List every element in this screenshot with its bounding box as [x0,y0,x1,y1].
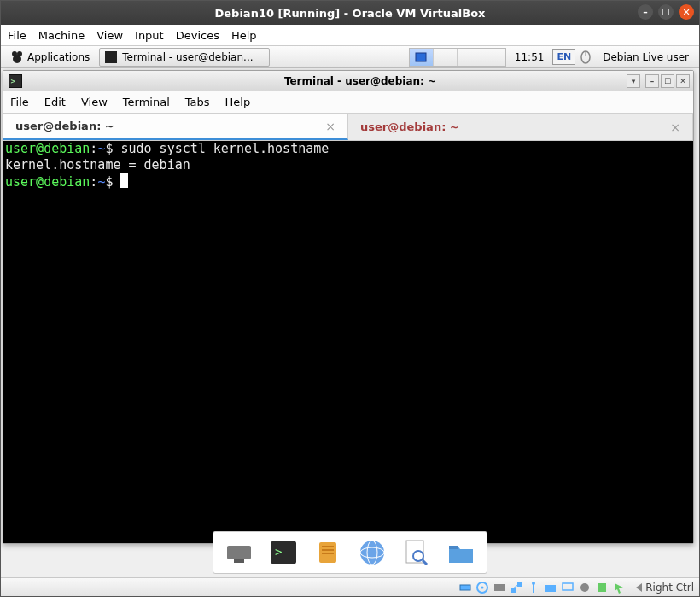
status-optical-icon[interactable] [475,581,489,594]
svg-rect-25 [511,588,516,593]
dock-find[interactable] [400,536,434,570]
vbox-menubar: File Machine View Input Devices Help [1,25,699,46]
svg-rect-6 [227,546,251,559]
terminal-icon [105,51,117,63]
svg-rect-30 [545,585,556,592]
terminal-maximize-button[interactable]: ☐ [661,74,674,88]
xfce-dock: >_ [213,531,487,574]
status-shared-folder-icon[interactable] [544,581,557,594]
svg-rect-7 [234,559,244,563]
tab-label: user@debian: ~ [15,120,114,132]
terminal-tab-1[interactable]: user@debian: ~ × [3,114,348,140]
taskbar-item-terminal[interactable]: Terminal - user@debian... [99,48,270,67]
vbox-close-button[interactable]: ✕ [679,4,694,20]
applications-label: Applications [27,51,90,63]
vbox-menu-view[interactable]: View [96,29,123,42]
svg-rect-24 [494,584,505,591]
terminal-menu-dropdown-button[interactable]: ▾ [627,74,640,88]
vbox-maximize-button[interactable]: ☐ [658,4,674,20]
svg-rect-3 [416,53,426,61]
vbox-menu-input[interactable]: Input [135,29,164,42]
svg-point-14 [360,541,384,565]
terminal-title: Terminal - user@debian: ~ [27,75,693,87]
desktop-icon [224,537,254,568]
svg-rect-31 [563,583,573,590]
svg-rect-21 [460,585,470,590]
terminal-tabbar: user@debian: ~ × user@debian: ~ × [3,114,693,141]
svg-rect-13 [322,553,334,554]
workspace-switcher[interactable] [409,48,506,67]
dock-web-browser[interactable] [355,536,389,570]
terminal-app-icon: >_ [9,74,22,88]
svg-rect-11 [322,546,334,547]
host-key-indicator[interactable]: Right Ctrl [636,582,694,594]
vbox-menu-file[interactable]: File [8,29,26,42]
taskbar-item-label: Terminal - user@debian... [122,51,253,63]
terminal-close-button[interactable]: ✕ [676,74,690,88]
tab-close-icon[interactable]: × [325,120,335,133]
status-cpu-icon[interactable] [595,581,609,594]
terminal-menu-file[interactable]: File [10,96,29,108]
terminal-minimize-button[interactable]: – [645,74,659,88]
vbox-statusbar: Right Ctrl [1,577,699,596]
status-recording-icon[interactable] [578,581,592,594]
dock-folder[interactable] [444,536,478,570]
folder-icon [446,537,476,568]
terminal-output[interactable]: user@debian:~$ sudo sysctl kernel.hostna… [3,141,693,543]
vbox-titlebar[interactable]: Debian10 [Running] - Oracle VM VirtualBo… [1,1,699,25]
terminal-menu-edit[interactable]: Edit [44,96,66,108]
terminal-menu-help[interactable]: Help [225,96,251,108]
status-audio-icon[interactable] [493,581,506,594]
vbox-title: Debian10 [Running] - Oracle VM VirtualBo… [214,7,485,20]
vbox-minimize-button[interactable]: – [638,4,653,20]
svg-rect-20 [449,546,458,549]
terminal-menubar: File Edit View Terminal Tabs Help [3,91,693,114]
keyboard-layout-indicator[interactable]: EN [552,49,575,65]
terminal-titlebar[interactable]: >_ Terminal - user@debian: ~ ▾ – ☐ ✕ [3,71,693,91]
terminal-cursor [120,173,128,188]
user-menu-button[interactable]: Debian Live user [596,51,696,63]
status-display-icon[interactable] [561,581,575,594]
workspace-1[interactable] [410,49,434,66]
terminal-menu-view[interactable]: View [81,96,108,108]
vbox-menu-machine[interactable]: Machine [38,29,85,42]
notification-mouse-icon[interactable] [579,50,592,64]
window-indicator-icon [415,52,427,62]
svg-point-23 [481,586,484,588]
applications-menu-button[interactable]: Applications [4,48,96,67]
xfce-mouse-icon [10,50,24,64]
status-mouse-integration-icon[interactable] [612,581,626,594]
status-harddisk-icon[interactable] [458,581,472,594]
svg-line-19 [423,560,427,565]
workspace-3[interactable] [458,49,481,66]
workspace-2[interactable] [434,49,458,66]
panel-clock[interactable]: 11:51 [510,51,550,63]
workspace-4[interactable] [481,49,505,66]
tab-label: user@debian: ~ [360,120,459,133]
terminal-window: >_ Terminal - user@debian: ~ ▾ – ☐ ✕ Fil… [3,70,694,544]
host-key-arrow-icon [636,583,642,592]
svg-rect-33 [598,583,606,592]
dock-file-manager[interactable] [311,536,345,570]
globe-icon [357,537,388,568]
vbox-menu-help[interactable]: Help [231,29,257,42]
svg-point-32 [580,583,589,592]
dock-show-desktop[interactable] [222,536,256,570]
vbox-menu-devices[interactable]: Devices [176,29,219,42]
svg-point-29 [532,582,535,585]
svg-rect-12 [322,549,334,551]
status-network-icon[interactable] [510,581,523,594]
terminal-menu-tabs[interactable]: Tabs [185,96,210,108]
dock-terminal[interactable]: >_ [266,536,300,570]
svg-text:>_: >_ [275,545,289,559]
host-key-label: Right Ctrl [645,582,694,594]
tab-close-icon[interactable]: × [670,120,680,134]
status-usb-icon[interactable] [527,581,540,594]
terminal-menu-terminal[interactable]: Terminal [123,96,170,108]
guest-desktop[interactable]: Applications Terminal - user@debian... 1… [1,46,699,577]
xfce-top-panel: Applications Terminal - user@debian... 1… [1,46,699,68]
terminal-tab-2[interactable]: user@debian: ~ × [348,114,693,140]
file-manager-icon [312,537,343,568]
terminal-icon: >_ [268,537,299,568]
virtualbox-window: Debian10 [Running] - Oracle VM VirtualBo… [0,0,700,597]
